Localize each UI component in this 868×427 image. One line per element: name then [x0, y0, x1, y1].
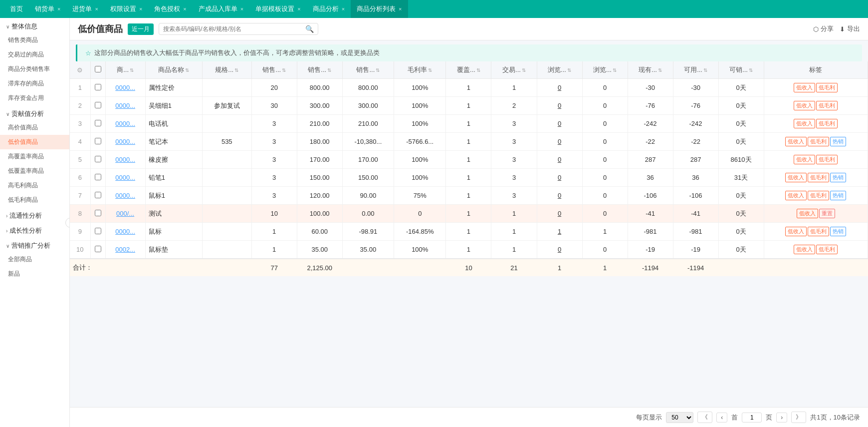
- sort-icon[interactable]: ⇅: [376, 67, 380, 73]
- browse1-cell[interactable]: 0: [537, 169, 582, 187]
- sales2-column-header[interactable]: 销售...⇅: [297, 61, 342, 79]
- sidebar-item-sales-products[interactable]: 销售类商品: [0, 33, 69, 47]
- sidebar-item-stock-capital[interactable]: 库存资金占用: [0, 91, 69, 105]
- trade-column-header[interactable]: 交易...⇅: [491, 61, 537, 79]
- nav-product-analysis[interactable]: 商品分析 ×: [307, 0, 351, 18]
- table-wrapper[interactable]: ⚙ 商...⇅ 商品名称⇅ 规格...⇅ 销售...⇅ 销售...⇅ 销售...…: [70, 61, 868, 407]
- next-page-button[interactable]: ›: [776, 413, 787, 423]
- sidebar-item-category-sales-rate[interactable]: 商品分类销售率: [0, 62, 69, 76]
- sidebar-group-growth[interactable]: › 成长性分析: [0, 222, 69, 237]
- code-column-header[interactable]: 商...⇅: [105, 61, 145, 79]
- checkbox-cell[interactable]: [90, 79, 105, 97]
- sidebar-group-contribution[interactable]: ∨ 贡献值分析: [0, 105, 69, 120]
- browse1-cell[interactable]: 0: [537, 79, 582, 97]
- page-size-select[interactable]: 50 100 200: [666, 412, 693, 423]
- sidebar-item-all-products[interactable]: 全部商品: [0, 252, 69, 267]
- close-icon[interactable]: ×: [297, 6, 300, 12]
- checkbox-cell[interactable]: [90, 115, 105, 133]
- browse1-value[interactable]: 0: [558, 174, 561, 181]
- checkbox-cell[interactable]: [90, 223, 105, 241]
- first-page-button[interactable]: 《: [697, 412, 712, 423]
- checkbox-cell[interactable]: [90, 241, 105, 259]
- tags-column-header[interactable]: 标签: [764, 61, 868, 79]
- sort-icon[interactable]: ⇅: [567, 67, 571, 73]
- sales3-column-header[interactable]: 销售...⇅: [342, 61, 394, 79]
- close-icon[interactable]: ×: [240, 6, 243, 12]
- checkbox-cell[interactable]: [90, 205, 105, 223]
- sidebar-item-backlog-products[interactable]: 滞库存的商品: [0, 76, 69, 91]
- nav-role-auth[interactable]: 角色授权 ×: [148, 0, 192, 18]
- browse1-value[interactable]: 0: [558, 246, 561, 253]
- sidebar-item-low-coverage[interactable]: 低覆盖率商品: [0, 164, 69, 178]
- browse1-cell[interactable]: 0: [537, 205, 582, 223]
- browse1-cell[interactable]: 0: [537, 241, 582, 259]
- search-icon[interactable]: 🔍: [305, 25, 314, 33]
- prev-page-button[interactable]: ‹: [716, 413, 727, 423]
- browse1-cell[interactable]: 0: [537, 115, 582, 133]
- sidebar-group-overall[interactable]: ∨ 整体信息: [0, 18, 69, 33]
- row-checkbox[interactable]: [95, 102, 101, 108]
- sort-icon[interactable]: ⇅: [130, 67, 134, 73]
- sort-icon[interactable]: ⇅: [428, 67, 432, 73]
- nav-product-stock[interactable]: 产成品入库单 ×: [193, 0, 249, 18]
- checkbox-cell[interactable]: [90, 169, 105, 187]
- sort-icon[interactable]: ⇅: [658, 67, 662, 73]
- browse2-column-header[interactable]: 浏览...⇅: [582, 61, 628, 79]
- row-checkbox[interactable]: [95, 192, 101, 198]
- sort-icon[interactable]: ⇅: [234, 67, 238, 73]
- page-number-input[interactable]: [742, 413, 762, 423]
- row-checkbox[interactable]: [95, 210, 101, 216]
- browse1-value[interactable]: 0: [558, 138, 561, 145]
- spec-column-header[interactable]: 规格...⇅: [202, 61, 251, 79]
- browse1-value[interactable]: 0: [558, 120, 561, 127]
- nav-permission[interactable]: 权限设置 ×: [104, 0, 148, 18]
- browse1-value[interactable]: 0: [558, 192, 561, 199]
- last-page-button[interactable]: 》: [791, 412, 806, 423]
- usable-column-header[interactable]: 可用...⇅: [673, 61, 718, 79]
- cover-column-header[interactable]: 覆盖...⇅: [446, 61, 491, 79]
- row-checkbox[interactable]: [95, 138, 101, 144]
- row-checkbox[interactable]: [95, 120, 101, 126]
- sort-icon[interactable]: ⇅: [185, 67, 189, 73]
- share-button[interactable]: ⬡ 分享: [813, 24, 834, 33]
- sidebar-item-low-value[interactable]: 低价值商品: [0, 135, 69, 149]
- current-column-header[interactable]: 现有...⇅: [628, 61, 673, 79]
- sort-icon[interactable]: ⇅: [282, 67, 286, 73]
- sidebar-item-high-value[interactable]: 高价值商品: [0, 120, 69, 135]
- export-button[interactable]: ⬇ 导出: [840, 24, 860, 33]
- name-column-header[interactable]: 商品名称⇅: [145, 61, 202, 79]
- browse1-value[interactable]: 1: [558, 228, 561, 235]
- sales1-column-header[interactable]: 销售...⇅: [251, 61, 297, 79]
- nav-product-analysis-list[interactable]: 商品分析列表 ×: [351, 0, 408, 18]
- browse1-value[interactable]: 0: [558, 84, 561, 91]
- row-checkbox[interactable]: [95, 156, 101, 162]
- row-checkbox[interactable]: [95, 228, 101, 234]
- close-icon[interactable]: ×: [95, 6, 98, 12]
- nav-template[interactable]: 单据模板设置 ×: [249, 0, 306, 18]
- checkbox-column-header[interactable]: [90, 61, 105, 79]
- browse1-value[interactable]: 0: [558, 102, 561, 109]
- settings-column-header[interactable]: ⚙: [70, 61, 90, 79]
- close-icon[interactable]: ×: [57, 6, 60, 12]
- sidebar-item-high-coverage[interactable]: 高覆盖率商品: [0, 149, 69, 164]
- close-icon[interactable]: ×: [139, 6, 142, 12]
- browse1-value[interactable]: 0: [558, 210, 561, 217]
- browse1-cell[interactable]: 0: [537, 97, 582, 115]
- sidebar-group-circulation[interactable]: › 流通性分析: [0, 207, 69, 222]
- nav-sales-order[interactable]: 销货单 ×: [29, 0, 66, 18]
- select-all-checkbox[interactable]: [95, 66, 101, 72]
- row-checkbox[interactable]: [95, 246, 101, 252]
- search-input[interactable]: [163, 25, 302, 32]
- close-icon[interactable]: ×: [399, 6, 402, 12]
- sort-icon[interactable]: ⇅: [749, 67, 753, 73]
- browse1-cell[interactable]: 0: [537, 187, 582, 205]
- checkbox-cell[interactable]: [90, 187, 105, 205]
- saleable-column-header[interactable]: 可销...⇅: [718, 61, 764, 79]
- browse1-cell[interactable]: 0: [537, 133, 582, 151]
- checkbox-cell[interactable]: [90, 97, 105, 115]
- sort-icon[interactable]: ⇅: [703, 67, 707, 73]
- sidebar-item-high-margin[interactable]: 高毛利商品: [0, 178, 69, 193]
- nav-home[interactable]: 首页: [4, 0, 29, 18]
- settings-icon[interactable]: ⚙: [77, 66, 83, 74]
- sidebar-group-marketing[interactable]: ∨ 营销推广分析: [0, 237, 69, 252]
